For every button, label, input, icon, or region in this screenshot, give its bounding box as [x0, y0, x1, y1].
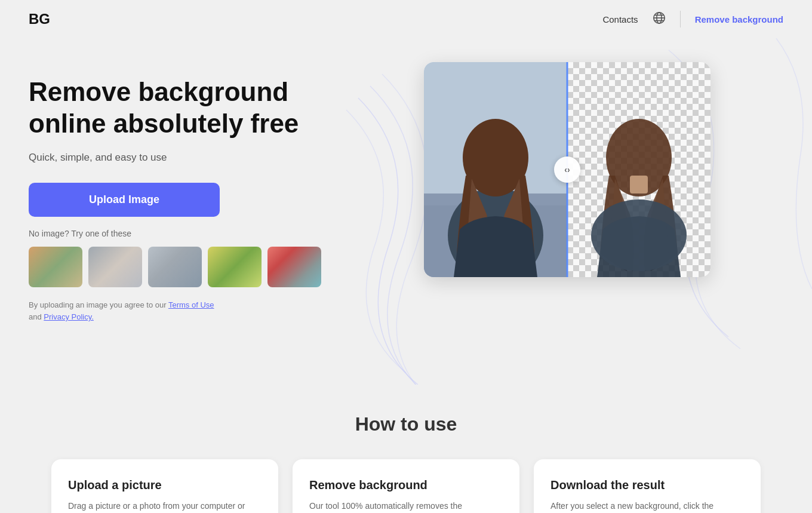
sample-image-5[interactable]	[267, 247, 321, 287]
card-1-desc: Drag a picture or a photo from your comp…	[68, 499, 262, 513]
terms-of-use-link[interactable]: Terms of Use	[168, 300, 214, 309]
card-1-title: Upload a picture	[68, 478, 262, 492]
person-silhouette-svg	[567, 62, 710, 277]
card-3-title: Download the result	[550, 478, 744, 492]
privacy-prefix: and	[29, 312, 44, 321]
remove-background-link[interactable]: Remove background	[695, 14, 783, 24]
navigation: BG Contacts Remove background	[0, 0, 812, 38]
image-comparison[interactable]: ‹›	[424, 62, 710, 277]
how-to-card-1: Upload a picture Drag a picture or a pho…	[51, 459, 278, 513]
hero-section: Remove background online absolutely free…	[0, 38, 812, 385]
sample-image-3[interactable]	[148, 247, 202, 287]
how-to-card-2: Remove background Our tool 100% automati…	[293, 459, 519, 513]
person-svg	[424, 62, 567, 277]
card-2-desc: Our tool 100% automatically removes the …	[309, 499, 503, 513]
hero-right: ‹›	[351, 62, 783, 277]
svg-rect-12	[630, 176, 648, 193]
how-to-title: How to use	[29, 413, 783, 435]
original-photo	[424, 62, 567, 277]
sample-image-4[interactable]	[208, 247, 262, 287]
card-3-desc: After you select a new background, click…	[550, 499, 744, 513]
privacy-policy-link[interactable]: Privacy Policy.	[44, 312, 94, 321]
transparent-background	[567, 62, 710, 277]
svg-point-13	[591, 199, 687, 271]
upload-image-button[interactable]: Upload Image	[29, 183, 220, 217]
card-2-title: Remove background	[309, 478, 503, 492]
comparison-handle[interactable]: ‹›	[554, 156, 580, 183]
photo-background	[424, 62, 567, 277]
how-to-section: How to use Upload a picture Drag a pictu…	[0, 385, 812, 513]
nav-links: Contacts Remove background	[602, 11, 783, 27]
terms-text: By uploading an image you agree to our T…	[29, 299, 327, 324]
how-to-card-3: Download the result After you select a n…	[534, 459, 761, 513]
logo[interactable]: BG	[29, 11, 50, 27]
sample-images	[29, 247, 327, 287]
no-image-text: No image? Try one of these	[29, 229, 327, 238]
handle-arrows: ‹›	[564, 165, 570, 174]
contacts-link[interactable]: Contacts	[602, 14, 638, 24]
hero-left: Remove background online absolutely free…	[29, 62, 327, 324]
hero-title: Remove background online absolutely free	[29, 76, 327, 140]
nav-divider	[680, 11, 681, 27]
how-to-cards: Upload a picture Drag a picture or a pho…	[29, 459, 783, 513]
sample-image-1[interactable]	[29, 247, 82, 287]
terms-prefix: By uploading an image you agree to our	[29, 300, 168, 309]
globe-icon[interactable]	[653, 11, 666, 27]
hero-subtitle: Quick, simple, and easy to use	[29, 152, 327, 164]
sample-image-2[interactable]	[88, 247, 142, 287]
